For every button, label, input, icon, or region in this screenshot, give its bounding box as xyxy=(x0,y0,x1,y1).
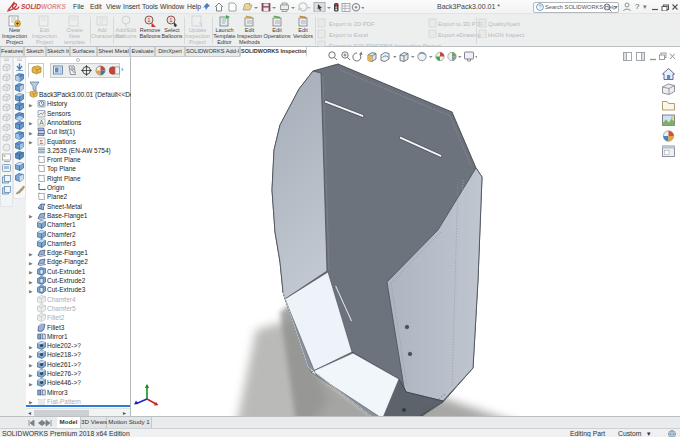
svg-text:1: 1 xyxy=(148,17,151,23)
svg-text:A: A xyxy=(39,119,44,126)
svg-text:?: ? xyxy=(538,4,541,10)
svg-text:Σ: Σ xyxy=(39,138,43,146)
svg-text:1: 1 xyxy=(170,17,173,23)
